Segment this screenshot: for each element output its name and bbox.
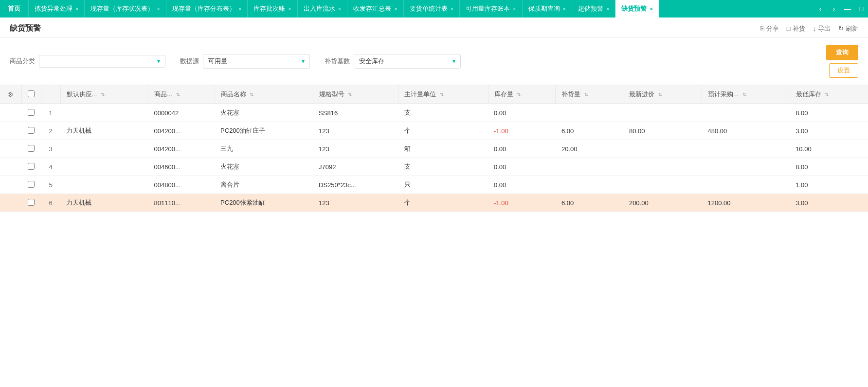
row-goods-name: 离合片 (215, 176, 313, 194)
tab-11[interactable]: 缺货预警 × (615, 0, 659, 18)
row-goods-code: 004200... (148, 122, 215, 140)
row-checkbox[interactable] (28, 181, 35, 188)
replenish-action[interactable]: □ 补货 (787, 24, 805, 33)
col-spec-header[interactable]: 规格型号 ⇅ (313, 85, 398, 104)
tab-close-9[interactable]: × (563, 6, 566, 12)
tab-9[interactable]: 保质期查询 × (523, 0, 572, 18)
filter-category-arrow-icon: ▾ (157, 58, 160, 65)
row-min-stock: 10.00 (790, 140, 868, 158)
settings-button[interactable]: 设置 (829, 63, 858, 78)
row-supplier: 力天机械 (60, 122, 148, 140)
refresh-action[interactable]: ↻ 刷新 (838, 24, 858, 33)
row-checkbox[interactable] (28, 145, 35, 152)
row-checkbox-cell (21, 194, 41, 212)
header-actions: ⎘ 分享 □ 补货 ↓ 导出 ↻ 刷新 (760, 24, 858, 33)
filter-category-select[interactable]: ▾ (39, 55, 165, 68)
tab-3[interactable]: 现存量（库存分布表） × (166, 0, 248, 18)
row-stock: -1.00 (488, 122, 556, 140)
tab-close-7[interactable]: × (451, 6, 453, 12)
row-goods-code: 0000042 (148, 104, 215, 122)
sort-est-purchase-icon: ⇅ (742, 92, 746, 97)
tab-nav-prev[interactable]: ‹ (814, 0, 827, 18)
window-maximize-btn[interactable]: □ (854, 0, 868, 18)
select-all-checkbox[interactable] (28, 90, 35, 97)
col-supplier-header[interactable]: 默认供应... ⇅ (60, 85, 148, 104)
row-checkbox[interactable] (28, 199, 35, 206)
tab-home[interactable]: 首页 (0, 0, 29, 18)
row-stock: 0.00 (488, 140, 556, 158)
tab-close-10[interactable]: × (606, 6, 609, 12)
main-content: 缺货预警 ⎘ 分享 □ 补货 ↓ 导出 ↻ 刷新 商品分类 (0, 18, 868, 387)
row-unit: 个 (398, 122, 488, 140)
tab-1[interactable]: 拣货异常处理 × (29, 0, 85, 18)
row-stock: 0.00 (488, 176, 556, 194)
page-header: 缺货预警 ⎘ 分享 □ 补货 ↓ 导出 ↻ 刷新 (0, 18, 868, 38)
tab-close-11[interactable]: × (650, 6, 652, 12)
col-est-purchase-header[interactable]: 预计采购... ⇅ (702, 85, 790, 104)
sort-stock-icon: ⇅ (517, 92, 521, 97)
table-row: 10000042火花塞SS816支0.008.00 (0, 104, 868, 122)
tab-7[interactable]: 要货单统计表 × (404, 0, 460, 18)
table-row: 3004200...三九123箱0.0020.0010.00 (0, 140, 868, 158)
row-min-stock: 3.00 (790, 194, 868, 212)
tab-6[interactable]: 收发存汇总表 × (347, 0, 403, 18)
table-row: 6力天机械801110...PC200张紧油缸123个-1.006.00200.… (0, 194, 868, 212)
sort-goods-code-icon: ⇅ (176, 92, 180, 97)
col-unit-label: 主计量单位 (404, 90, 436, 98)
tab-close-8[interactable]: × (513, 6, 516, 12)
row-goods-code: 004600... (148, 158, 215, 176)
share-action[interactable]: ⎘ 分享 (760, 24, 779, 33)
table-body: 10000042火花塞SS816支0.008.002力天机械004200...P… (0, 104, 868, 212)
col-latest-price-header[interactable]: 最新进价 ⇅ (623, 85, 702, 104)
tab-close-5[interactable]: × (338, 6, 341, 12)
row-replenish: 20.00 (556, 140, 623, 158)
row-checkbox-cell (21, 140, 41, 158)
tab-close-4[interactable]: × (288, 6, 291, 12)
col-supplier-label: 默认供应... (67, 90, 97, 98)
filter-base-select[interactable]: 安全库存 ▾ (354, 54, 461, 69)
row-unit: 只 (398, 176, 488, 194)
row-settings-cell (0, 140, 21, 158)
row-spec: 123 (313, 194, 398, 212)
row-checkbox-cell (21, 176, 41, 194)
tab-5[interactable]: 出入库流水 × (298, 0, 347, 18)
tab-10[interactable]: 超储预警 × (572, 0, 615, 18)
row-checkbox[interactable] (28, 127, 35, 134)
row-supplier (60, 140, 148, 158)
sort-spec-icon: ⇅ (348, 92, 352, 97)
tab-nav-next[interactable]: › (827, 0, 841, 18)
col-settings-header[interactable]: ⚙ (0, 85, 21, 104)
row-latest-price (623, 104, 702, 122)
col-stock-header[interactable]: 库存量 ⇅ (488, 85, 556, 104)
col-goods-name-header[interactable]: 商品名称 ⇅ (215, 85, 313, 104)
sort-supplier-icon: ⇅ (101, 92, 105, 97)
row-spec: 123 (313, 140, 398, 158)
row-index: 6 (41, 194, 60, 212)
row-checkbox-cell (21, 122, 41, 140)
gear-icon[interactable]: ⚙ (8, 91, 14, 98)
row-latest-price: 200.00 (623, 194, 702, 212)
export-action[interactable]: ↓ 导出 (813, 24, 831, 33)
col-latest-price-label: 最新进价 (629, 90, 654, 98)
col-goods-code-header[interactable]: 商品... ⇅ (148, 85, 215, 104)
col-unit-header[interactable]: 主计量单位 ⇅ (398, 85, 488, 104)
col-replenish-header[interactable]: 补货量 ⇅ (556, 85, 623, 104)
col-min-stock-header[interactable]: 最低库存 ⇅ (790, 85, 868, 104)
row-supplier (60, 104, 148, 122)
tab-8[interactable]: 可用量库存账本 × (460, 0, 522, 18)
tab-close-3[interactable]: × (238, 6, 241, 12)
tab-2[interactable]: 现存量（库存状况表） × (85, 0, 166, 18)
row-goods-name: 火花塞 (215, 158, 313, 176)
row-stock: 0.00 (488, 104, 556, 122)
tab-close-1[interactable]: × (75, 6, 78, 12)
tab-close-2[interactable]: × (157, 6, 160, 12)
row-checkbox[interactable] (28, 163, 35, 170)
window-minimize-btn[interactable]: — (841, 0, 854, 18)
tab-4[interactable]: 库存批次账 × (248, 0, 297, 18)
query-button[interactable]: 查询 (826, 45, 858, 60)
row-checkbox[interactable] (28, 109, 35, 116)
row-unit: 支 (398, 104, 488, 122)
filter-datasource-select[interactable]: 可用量 ▾ (203, 54, 310, 69)
tab-close-6[interactable]: × (394, 6, 397, 12)
col-checkbox-header[interactable] (21, 85, 41, 104)
